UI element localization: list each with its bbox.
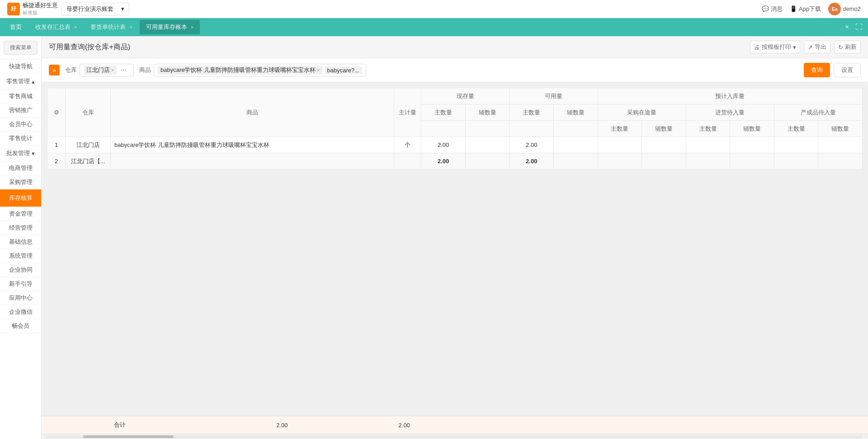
footer-available-main: 2.00 (374, 422, 435, 429)
col-cs-main2 (421, 121, 466, 137)
warehouse-tag-container[interactable]: 江北门店 × ··· (80, 64, 134, 76)
settings-btn[interactable]: 设置 (834, 63, 861, 77)
product-tag-container[interactable]: babycare学饮杯 儿童防摔防撞吸管杯重力球吸嘴杯宝宝水杯 × babyca… (154, 64, 366, 76)
col-available-main-header: 主数量 (509, 104, 554, 121)
sidebar-item-enterprise[interactable]: 企业协同 (0, 263, 41, 277)
scroll-track[interactable] (47, 435, 863, 438)
product-tag-2: babycare?... (325, 66, 363, 74)
export-btn[interactable]: ↗ 导出 (804, 41, 830, 53)
row-1-pr-main (774, 137, 818, 153)
row-1-in-aux (730, 137, 774, 153)
nav-tabs: 首页 收发存汇总表 × 要货单统计表 × 可用量库存账本 × × ⛶ (0, 18, 868, 36)
tab-order-stats[interactable]: 要货单统计表 × (84, 20, 138, 34)
row-1-product: babycare学饮杯 儿童防摔防撞吸管杯重力球吸嘴杯宝宝水杯 (111, 137, 394, 153)
nav-tabs-right: × ⛶ (843, 21, 864, 33)
maximize-icon[interactable]: ⛶ (854, 21, 864, 33)
product-tag-1: babycare学饮杯 儿童防摔防撞吸管杯重力球吸嘴杯宝宝水杯 × (158, 66, 323, 75)
sidebar-item-wholesale[interactable]: 批发管理 (0, 146, 41, 161)
col-in-main: 主数量 (686, 121, 730, 137)
app-download-btn[interactable]: 📱 App下载 (790, 5, 821, 13)
sidebar-item-members[interactable]: 会员中心 (0, 118, 41, 132)
refresh-btn[interactable]: ↻ 刷新 (834, 41, 861, 53)
filter-bar: » 仓库 江北门店 × ··· 商品 babycare学饮杯 儿童防摔防撞吸管杯… (42, 58, 868, 82)
col-purchase-transit-header: 采购在途量 (598, 104, 686, 121)
warehouse-filter-group: 仓库 江北门店 × ··· (65, 64, 134, 76)
col-unit-header: 主计量 (394, 88, 421, 137)
close-icon[interactable]: × (129, 24, 132, 30)
page-title: 可用量查询(按仓库+商品) (49, 42, 130, 52)
sidebar-item-retail-stats[interactable]: 零售统计 (0, 132, 41, 146)
sidebar: 搜索菜单 快捷导航 零售管理 零售商城 营销推广 会员中心 零售统计 批发管理 … (0, 36, 42, 439)
row-1-no: 1 (47, 137, 66, 153)
query-btn[interactable]: 查询 (804, 63, 830, 77)
sidebar-item-quick-nav[interactable]: 快捷导航 (0, 60, 41, 74)
sidebar-item-finance[interactable]: 资金管理 (0, 207, 41, 221)
header-actions: 🖨 按模板打印 ↗ 导出 ↻ 刷新 (750, 41, 861, 53)
scroll-bar (42, 434, 868, 439)
warehouse-more-btn[interactable]: ··· (118, 66, 128, 74)
content-area: 可用量查询(按仓库+商品) 🖨 按模板打印 ↗ 导出 ↻ 刷新 » (42, 36, 868, 439)
sidebar-item-purchase[interactable]: 采购管理 (0, 175, 41, 189)
data-table: ⚙ 仓库 商品 主计量 现存量 可用量 预计入库量 主数量 辅数量 主数量 辅数… (47, 88, 863, 170)
print-icon: 🖨 (754, 44, 760, 51)
col-in-aux: 辅数量 (730, 121, 774, 137)
close-icon[interactable]: × (74, 24, 77, 30)
col-forecast-header: 预计入库量 (598, 88, 862, 104)
tab-available-stock[interactable]: 可用量库存账本 × (140, 20, 200, 34)
col-current-main-header: 主数量 (421, 104, 466, 121)
refresh-icon: ↻ (838, 44, 843, 51)
app-icon: 📱 (790, 5, 797, 12)
industry-selector[interactable]: 母婴行业演示账套 (61, 3, 129, 15)
col-current-aux-header: 辅数量 (465, 104, 509, 121)
filter-expand-btn[interactable]: » (49, 65, 60, 76)
scroll-thumb[interactable] (83, 435, 174, 438)
col-pt-aux: 辅数量 (642, 121, 686, 137)
sidebar-search-area: 搜索菜单 (0, 36, 41, 60)
sidebar-item-basic-info[interactable]: 基础信息 (0, 235, 41, 249)
row-2-pr-aux (818, 153, 863, 170)
tab-home[interactable]: 首页 (4, 23, 28, 31)
sidebar-item-system[interactable]: 系统管理 (0, 249, 41, 263)
warehouse-filter-label: 仓库 (65, 66, 77, 74)
sidebar-item-vip[interactable]: 畅会员 (0, 319, 41, 333)
row-1-current-main: 2.00 (421, 137, 466, 153)
col-warehouse-header: 仓库 (66, 88, 111, 137)
col-pt-main: 主数量 (598, 121, 642, 137)
filter-actions: 查询 设置 (804, 63, 861, 77)
col-current-stock-header: 现存量 (421, 88, 509, 104)
print-btn[interactable]: 🖨 按模板打印 (750, 41, 800, 53)
sidebar-item-retail-mall[interactable]: 零售商城 (0, 90, 41, 104)
sidebar-item-retail[interactable]: 零售管理 (0, 74, 41, 90)
sidebar-item-guide[interactable]: 新手引导 (0, 277, 41, 291)
close-icon[interactable]: × (191, 24, 193, 30)
row-2-current-main: 2.00 (421, 153, 466, 170)
sidebar-item-app-center[interactable]: 应用中心 (0, 291, 41, 305)
row-2-available-aux (554, 153, 598, 170)
row-1-pt-main (598, 137, 642, 153)
tab-summary[interactable]: 收发存汇总表 × (29, 20, 83, 34)
close-tab-icon[interactable]: × (843, 21, 851, 33)
row-2-available-main: 2.00 (509, 153, 554, 170)
row-1-unit: 个 (394, 137, 421, 153)
warehouse-tag-close[interactable]: × (111, 67, 114, 73)
user-profile[interactable]: Ea demo2 (828, 3, 861, 15)
sidebar-item-marketing[interactable]: 营销推广 (0, 104, 41, 118)
top-bar-right: 💬 消息 📱 App下载 Ea demo2 (762, 3, 861, 15)
sidebar-item-ecommerce[interactable]: 电商管理 (0, 161, 41, 175)
top-bar: 好 畅捷通好生意 标准版 母婴行业演示账套 💬 消息 📱 App下载 Ea de… (0, 0, 868, 18)
sidebar-item-operation[interactable]: 经营管理 (0, 221, 41, 235)
row-2-unit (394, 153, 421, 170)
product-tag-1-close[interactable]: × (317, 67, 320, 73)
settings-icon[interactable]: ⚙ (54, 109, 59, 116)
sidebar-item-wechat[interactable]: 企业微信 (0, 305, 41, 319)
row-2-product (111, 153, 394, 170)
search-menu-btn[interactable]: 搜索菜单 (4, 41, 38, 55)
col-production-header: 产成品待入量 (774, 104, 862, 121)
logo-area: 好 畅捷通好生意 标准版 (7, 2, 58, 16)
chevron-down-icon (793, 44, 796, 51)
row-1-in-main (686, 137, 730, 153)
col-pr-main: 主数量 (774, 121, 818, 137)
product-filter-group: 商品 babycare学饮杯 儿童防摔防撞吸管杯重力球吸嘴杯宝宝水杯 × bab… (139, 64, 366, 76)
sidebar-item-inventory[interactable]: 库存核算 (0, 189, 41, 207)
message-btn[interactable]: 💬 消息 (762, 5, 783, 13)
